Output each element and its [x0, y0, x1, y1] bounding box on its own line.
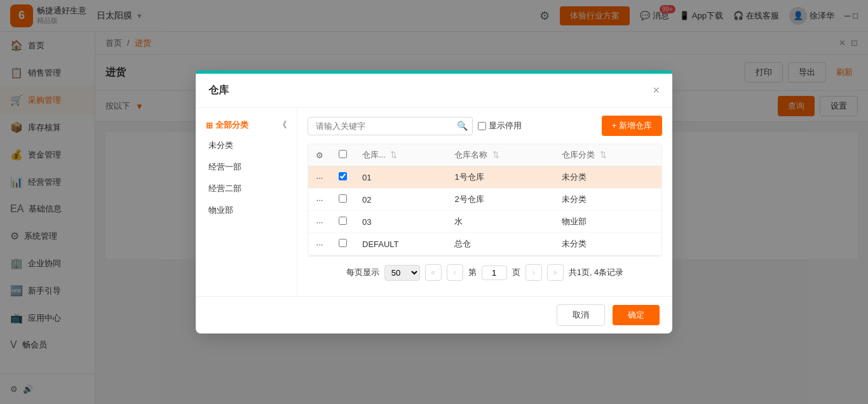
table-row[interactable]: ··· 02 2号仓库 未分类	[308, 189, 661, 211]
search-input-wrap: 🔍	[308, 117, 473, 135]
sort-name-icon: ⇅	[492, 150, 499, 159]
category-panel: ⊞ 全部分类 《 未分类经营一部经营二部物业部	[196, 108, 297, 296]
page-label: 第	[468, 267, 477, 278]
per-page-label: 每页显示	[346, 267, 379, 278]
search-icon: 🔍	[457, 121, 468, 131]
grid-icon: ⊞	[206, 121, 213, 130]
category-collapse-icon[interactable]: 《	[278, 119, 287, 131]
per-page-select[interactable]: 501020100	[384, 265, 420, 281]
last-page-button[interactable]: »	[547, 264, 564, 281]
confirm-button[interactable]: 确定	[613, 305, 660, 325]
page-suffix: 页	[512, 267, 520, 278]
row-name-1: 1号仓库	[447, 166, 554, 189]
row-category-4: 未分类	[554, 233, 661, 255]
pagination: 每页显示 501020100 « ‹ 第 页 › » 共1页, 4条记录	[308, 256, 662, 288]
modal-body: ⊞ 全部分类 《 未分类经营一部经营二部物业部 🔍 显示停用	[196, 108, 672, 296]
first-page-button[interactable]: «	[425, 264, 442, 281]
warehouse-modal: 仓库 × ⊞ 全部分类 《 未分类经营一部经营二部物业部 🔍	[196, 71, 672, 333]
next-page-button[interactable]: ›	[526, 264, 542, 281]
table-row[interactable]: ··· 03 水 物业部	[308, 211, 661, 233]
category-items: 未分类经营一部经营二部物业部	[196, 135, 297, 221]
show-disabled-label[interactable]: 显示停用	[478, 120, 522, 131]
row-name-3: 水	[447, 211, 554, 233]
row-action-4[interactable]: ···	[308, 233, 331, 255]
row-category-2: 未分类	[554, 189, 661, 211]
row-checkbox-4[interactable]	[331, 233, 355, 255]
row-category-1: 未分类	[554, 166, 661, 189]
table-row[interactable]: ··· DEFAULT 总仓 未分类	[308, 233, 661, 255]
col-name: 仓库名称 ⇅	[447, 144, 554, 166]
page-number-input[interactable]	[482, 266, 507, 280]
category-all-label: 全部分类	[215, 119, 248, 131]
warehouse-table: ⚙ 仓库... ⇅ 仓库名称 ⇅ 仓库分类 ⇅ ··· 01 1号仓库 未分类 …	[308, 144, 662, 256]
col-settings: ⚙	[308, 144, 331, 166]
category-header[interactable]: ⊞ 全部分类 《	[196, 116, 297, 135]
show-disabled-checkbox[interactable]	[478, 122, 486, 130]
row-action-2[interactable]: ···	[308, 189, 331, 211]
row-num-3: 03	[355, 211, 447, 233]
cancel-button[interactable]: 取消	[557, 304, 605, 326]
warehouse-panel: 🔍 显示停用 + 新增仓库 ⚙ 仓库... ⇅	[297, 108, 672, 296]
warehouse-toolbar: 🔍 显示停用 + 新增仓库	[308, 116, 662, 136]
select-all-checkbox[interactable]	[339, 150, 347, 158]
table-row[interactable]: ··· 01 1号仓库 未分类	[308, 166, 661, 189]
row-action-1[interactable]: ···	[308, 166, 331, 189]
row-num-1: 01	[355, 166, 447, 189]
col-code: 仓库... ⇅	[355, 144, 447, 166]
prev-page-button[interactable]: ‹	[447, 264, 463, 281]
modal-footer: 取消 确定	[196, 296, 672, 333]
category-item-经营一部[interactable]: 经营一部	[196, 156, 297, 178]
modal-close-button[interactable]: ×	[653, 84, 660, 97]
row-name-2: 2号仓库	[447, 189, 554, 211]
category-item-经营二部[interactable]: 经营二部	[196, 178, 297, 199]
total-info: 共1页, 4条记录	[569, 267, 624, 278]
add-warehouse-button[interactable]: + 新增仓库	[602, 116, 662, 136]
row-num-2: 02	[355, 189, 447, 211]
col-checkbox	[331, 144, 355, 166]
table-header-row: ⚙ 仓库... ⇅ 仓库名称 ⇅ 仓库分类 ⇅	[308, 144, 661, 166]
row-checkbox-1[interactable]	[331, 166, 355, 189]
row-num-4: DEFAULT	[355, 233, 447, 255]
sort-code-icon: ⇅	[390, 150, 397, 159]
modal-header: 仓库 ×	[196, 74, 672, 108]
row-checkbox-3[interactable]	[331, 211, 355, 233]
row-checkbox-2[interactable]	[331, 189, 355, 211]
row-action-3[interactable]: ···	[308, 211, 331, 233]
modal-title: 仓库	[208, 84, 229, 97]
warehouse-tbody: ··· 01 1号仓库 未分类 ··· 02 2号仓库 未分类 ··· 03 水…	[308, 166, 661, 255]
warehouse-data-table: ⚙ 仓库... ⇅ 仓库名称 ⇅ 仓库分类 ⇅ ··· 01 1号仓库 未分类 …	[308, 144, 661, 255]
category-item-物业部[interactable]: 物业部	[196, 199, 297, 221]
sort-category-icon: ⇅	[600, 150, 607, 159]
search-input[interactable]	[308, 117, 473, 135]
category-item-未分类[interactable]: 未分类	[196, 135, 297, 156]
modal-overlay: 仓库 × ⊞ 全部分类 《 未分类经营一部经营二部物业部 🔍	[0, 0, 868, 404]
row-category-3: 物业部	[554, 211, 661, 233]
table-header: ⚙ 仓库... ⇅ 仓库名称 ⇅ 仓库分类 ⇅	[308, 144, 661, 166]
row-name-4: 总仓	[447, 233, 554, 255]
col-category: 仓库分类 ⇅	[554, 144, 661, 166]
